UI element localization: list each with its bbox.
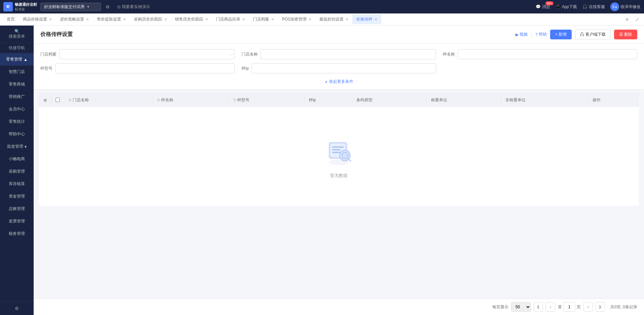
filter-row-2: 秤型号 秤ip [40, 63, 637, 73]
tab-sale-history[interactable]: 销售历史价跟踪 ✕ [171, 14, 212, 24]
tab-purchase-strategy[interactable]: 进价策略设置 ✕ [56, 14, 93, 24]
app-download-button[interactable]: 📱 App下载 [556, 4, 577, 10]
top-bar: 财 畅捷通好业财 标准版 好业财标准版交付试用 ▾ ⚙ ◎ 我要看实例演示 💬 … [0, 0, 644, 13]
sidebar-item-general-ledger[interactable]: 总账管理 [0, 203, 34, 215]
sidebar-search[interactable]: 🔍 搜索菜单 [0, 26, 34, 43]
help-link[interactable]: ? 帮助 [535, 32, 547, 37]
per-page-label: 每页显示 [492, 304, 508, 310]
add-button[interactable]: + 新增 [550, 30, 572, 39]
per-page-select[interactable]: 10 20 50 100 [511, 302, 531, 312]
select-all-checkbox[interactable] [56, 98, 60, 102]
tab-pos-manage[interactable]: POS加密管理 ✕ [278, 14, 315, 24]
scale-model-input[interactable] [55, 63, 235, 73]
tab-store-catalog[interactable]: 门店商品目录 ✕ [212, 14, 249, 24]
tab-price-settings[interactable]: 商品价格设置 ✕ [19, 14, 56, 24]
delete-button[interactable]: 亩 删除 [614, 30, 637, 39]
tab-purchase-history-label: 采购历史价跟踪 [134, 16, 162, 22]
sidebar-item-retail-manage[interactable]: 零售管理 ▲ [0, 53, 34, 66]
tab-store-catalog-close[interactable]: ✕ [242, 18, 245, 21]
maximize-button[interactable]: ⤢ [633, 15, 641, 24]
sidebar-item-inventory[interactable]: 库存核算 [0, 178, 34, 190]
sidebar-item-fund-manage[interactable]: 资金管理 [0, 190, 34, 203]
phone-icon: 📱 [556, 4, 561, 9]
th-scale-model-sort-icon[interactable]: ⇅ [233, 98, 236, 102]
top-right-actions: 💬 消息 99+ 📱 App下载 🎧 在线客服 Ea 徐泽华修改 [536, 2, 641, 11]
page-input-area: 算 页 [558, 302, 581, 312]
demo-button[interactable]: ◎ 我要看实例演示 [117, 4, 150, 10]
sidebar-member-center-label: 会员中心 [9, 107, 25, 111]
sidebar-item-member-center[interactable]: 会员中心 [0, 103, 34, 115]
sidebar-item-invoice-manage[interactable]: 发票管理 [0, 215, 34, 228]
tab-price-scale-label: 价格传秤 [356, 16, 372, 22]
page-input[interactable] [563, 302, 575, 312]
page-total: 共0页, 0条记录 [610, 304, 637, 310]
online-service-label: 在线客服 [589, 4, 605, 10]
page-label: 算 [558, 304, 562, 310]
th-settings[interactable]: ⚙ [39, 94, 51, 107]
app-selector[interactable]: 好业财标准版交付试用 ▾ [40, 3, 101, 11]
empty-icon [322, 134, 356, 167]
sidebar-item-retail-stats[interactable]: 零售统计 [0, 115, 34, 128]
collapse-label: 收起更多条件 [329, 79, 353, 84]
tab-home[interactable]: 首页 [3, 14, 19, 24]
sidebar-item-marketing[interactable]: 营销推广 [0, 91, 34, 103]
sidebar-item-tax-manage[interactable]: 税务管理 [0, 228, 34, 240]
th-weight-unit-label: 称重单位 [431, 98, 447, 102]
tab-sale-history-close[interactable]: ✕ [205, 18, 208, 21]
store-name-input[interactable] [260, 49, 436, 59]
download-button[interactable]: 凸 客户端下载 [575, 30, 610, 39]
close-all-button[interactable]: ✕ [623, 15, 631, 24]
th-scale-name-sort-icon[interactable]: ⇅ [157, 98, 160, 102]
logo-area: 财 畅捷通好业财 标准版 [3, 2, 37, 12]
first-page-button[interactable]: ⟪ [534, 302, 543, 312]
tab-pos-manage-close[interactable]: ✕ [309, 18, 311, 21]
delete-label: 亩 删除 [619, 32, 632, 37]
tab-purchase-history-close[interactable]: ✕ [164, 18, 167, 21]
user-initials: Ea [612, 5, 617, 9]
tab-price-settings-label: 商品价格设置 [23, 16, 47, 22]
th-non-weight-unit-label: 非称重单位 [505, 98, 526, 102]
video-link[interactable]: ▶ 视频 [515, 32, 528, 37]
message-icon: 💬 [536, 4, 541, 9]
online-service-button[interactable]: 🎧 在线客服 [582, 4, 605, 10]
sidebar-item-xiaochang-ecom[interactable]: 小畅电商 [0, 153, 34, 165]
sidebar-item-smart-store[interactable]: 智慧门店 [0, 66, 34, 78]
search-icon: 🔍 [14, 29, 20, 34]
store-profile-more-icon[interactable]: ··· [229, 52, 233, 57]
prev-page-button[interactable]: ‹ [546, 302, 555, 312]
tab-price-scale-close[interactable]: ✕ [374, 18, 377, 21]
tab-store-profile-close[interactable]: ✕ [271, 18, 274, 21]
tab-price-scale[interactable]: 价格传秤 ✕ [352, 14, 381, 24]
tab-store-profile[interactable]: 门店档案 ✕ [249, 14, 278, 24]
sidebar-nav[interactable]: 快捷导航 [0, 43, 34, 53]
tab-window-controls: ✕ ⤢ [623, 15, 641, 24]
tab-purchase-history[interactable]: 采购历史价跟踪 ✕ [130, 14, 171, 24]
store-profile-input[interactable] [59, 49, 235, 59]
tab-purchase-strategy-close[interactable]: ✕ [86, 18, 89, 21]
th-store-name-sort-icon[interactable]: ⇅ [68, 98, 72, 102]
pagination: 每页显示 10 20 50 100 ⟪ ‹ 算 页 › ⟫ 共0页, 0条记录 [34, 299, 644, 315]
sidebar-item-retail-mall[interactable]: 零售商城 [0, 78, 34, 91]
tab-sale-price-close[interactable]: ✕ [123, 18, 126, 21]
scale-ip-input[interactable] [251, 63, 436, 73]
tab-sale-price[interactable]: 售价提取设置 ✕ [93, 14, 130, 24]
th-actions: 操作 [588, 94, 638, 107]
sidebar-item-wholesale-manage[interactable]: 批发管理 ▾ [0, 140, 34, 153]
message-button[interactable]: 💬 消息 99+ [536, 4, 550, 10]
sidebar-item-help-center[interactable]: 帮助中心 [0, 128, 34, 140]
tab-min-discount-close[interactable]: ✕ [346, 18, 348, 21]
settings-icon[interactable]: ⚙ [103, 2, 112, 11]
filter-row-1: 门店档案 ··· 门店名称 秤名称 [40, 49, 637, 59]
scale-name-input[interactable] [458, 49, 637, 59]
empty-text: 暂无数据 [46, 173, 632, 179]
last-page-button[interactable]: ⟫ [596, 302, 605, 312]
collapse-filter-button[interactable]: ∧ 收起更多条件 [40, 77, 637, 86]
user-info[interactable]: Ea 徐泽华修改 [610, 2, 641, 11]
next-page-button[interactable]: › [583, 302, 593, 312]
sidebar-item-purchase-manage[interactable]: 采购管理 [0, 165, 34, 178]
tab-min-discount[interactable]: 最低折扣设置 ✕ [315, 14, 352, 24]
sidebar-settings-button[interactable]: ⚙ [0, 302, 34, 315]
table-area: ⚙ ⇅ 门店名称 ⇅ 秤名称 ⇅ [34, 90, 644, 299]
tab-price-settings-close[interactable]: ✕ [49, 18, 52, 21]
chevron-down-icon: ▾ [25, 144, 27, 149]
